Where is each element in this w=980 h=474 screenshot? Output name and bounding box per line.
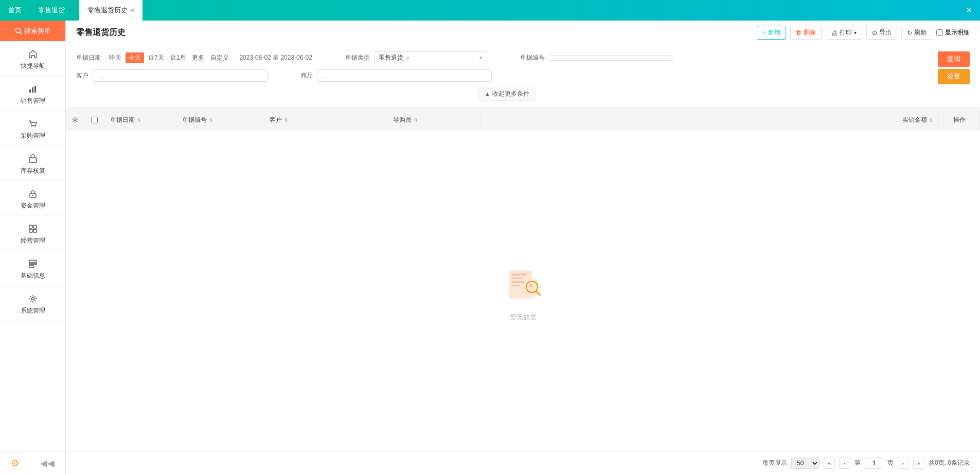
table-settings-icon [72, 116, 79, 123]
content-area: 零售退货历史 + 新增 🗑 删除 🖨 打印 ▾ ⊙ 导出 ↻ 刷新 [66, 21, 980, 474]
th-guide-sort: ⇅ [414, 117, 418, 123]
th-checkbox[interactable] [84, 111, 105, 129]
svg-rect-12 [29, 229, 32, 232]
svg-rect-14 [29, 260, 37, 262]
num-input[interactable] [549, 56, 672, 61]
svg-rect-24 [511, 285, 521, 286]
page-header: 零售退货历史 + 新增 🗑 删除 🖨 打印 ▾ ⊙ 导出 ↻ 刷新 [66, 21, 980, 45]
sidebar-item-inventory-label: 库存核算 [21, 167, 45, 175]
query-button[interactable]: 查询 [938, 51, 970, 67]
goods-input[interactable]: ... [317, 69, 492, 82]
tab-bar: 首页 零售退货 × 零售退货历史 × [0, 0, 958, 21]
customer-field-group: 客户 ... [76, 69, 268, 82]
date-opt-today[interactable]: 今天 [126, 52, 144, 63]
filter-fields: 单据日期 昨天 今天 近7天 近1月 更多 自定义 2023-06-02 至 2… [76, 51, 938, 101]
svg-rect-11 [33, 225, 37, 228]
delete-button[interactable]: 🗑 删除 [790, 26, 822, 40]
th-date[interactable]: 单据日期 ⇅ [105, 111, 177, 129]
date-opt-custom[interactable]: 自定义 [208, 52, 231, 63]
page-num-input[interactable] [865, 458, 883, 469]
date-opt-more[interactable]: 更多 [190, 52, 206, 63]
collapse-button[interactable]: ▲ 收起更多条件 [478, 87, 537, 101]
th-customer[interactable]: 客户 ⇅ [264, 111, 388, 129]
export-button[interactable]: ⊙ 导出 [866, 26, 897, 40]
svg-line-1 [20, 32, 22, 34]
sidebar-item-inventory[interactable]: 库存核算 [0, 146, 65, 181]
date-range: 2023-06-02 至 2023-06-02 [239, 53, 312, 62]
goods-placeholder: ... [322, 72, 330, 79]
th-amount-sort: ⇅ [929, 117, 933, 123]
filter-row-main: 单据日期 昨天 今天 近7天 近1月 更多 自定义 2023-06-02 至 2… [76, 51, 970, 101]
date-opt-yesterday[interactable]: 昨天 [107, 52, 123, 63]
tab-home[interactable]: 首页 [0, 0, 30, 21]
empty-icon [500, 260, 546, 306]
type-filter-close[interactable]: × [406, 55, 409, 61]
sidebar-item-system[interactable]: 系统管理 [0, 286, 65, 321]
page-size-select[interactable]: 50 20 100 [791, 458, 819, 469]
new-button[interactable]: + 新增 [757, 26, 786, 40]
svg-rect-2 [29, 89, 31, 93]
tab-return-label: 零售退货 [38, 6, 65, 15]
th-amount[interactable]: 实销金额 ⇅ [480, 111, 939, 129]
sidebar-search-label: 搜索菜单 [24, 26, 51, 35]
goods-field-group: 商品 ... [300, 69, 492, 82]
ops-icon [27, 223, 39, 234]
customer-label: 客户 [76, 71, 88, 80]
th-customer-sort: ⇅ [284, 117, 288, 123]
customer-input[interactable]: ... [93, 69, 268, 82]
date-opt-1month[interactable]: 近1月 [168, 52, 188, 63]
pagination: 每页显示 50 20 100 « ‹ 第 页 › [66, 451, 980, 474]
svg-rect-4 [34, 86, 36, 93]
goods-label: 商品 [300, 71, 313, 80]
sidebar-item-finance[interactable]: 资金管理 [0, 181, 65, 216]
sidebar-item-purchase[interactable]: 采购管理 [0, 111, 65, 146]
sidebar-bottom: ⚙ ◀◀ [0, 451, 65, 474]
th-customer-label: 客户 [270, 116, 282, 124]
gear-icon [27, 293, 39, 304]
th-date-sort: ⇅ [137, 117, 141, 123]
page-size-label: 每页显示 [762, 459, 787, 467]
customer-placeholder: ... [97, 72, 105, 79]
filter-row-2: 客户 ... 商品 ... [76, 69, 938, 82]
window-close-button[interactable]: × [958, 5, 980, 16]
page-label: 第 [854, 459, 861, 467]
last-page-button[interactable]: » [913, 458, 924, 469]
type-filter-tag[interactable]: 零售退货 × ▾ [374, 51, 487, 64]
svg-point-28 [529, 284, 532, 287]
next-page-button[interactable]: › [898, 458, 909, 469]
th-num-sort: ⇅ [209, 117, 213, 123]
th-op-label: 操作 [953, 116, 966, 124]
settings-bottom-icon[interactable]: ⚙ [11, 458, 19, 469]
svg-rect-21 [511, 274, 527, 276]
home-icon [27, 48, 39, 60]
prev-page-button[interactable]: ‹ [839, 458, 850, 469]
settings-button[interactable]: 设置 [938, 69, 970, 84]
sidebar-item-quick-nav[interactable]: 快捷导航 [0, 41, 65, 76]
tab-return-history-close[interactable]: × [131, 7, 134, 13]
sidebar-item-basics[interactable]: 基础信息 [0, 251, 65, 286]
tab-return-history[interactable]: 零售退货历史 × [79, 0, 142, 21]
sidebar-item-sales[interactable]: 销售管理 [0, 76, 65, 111]
main-layout: 搜索菜单 快捷导航 销售管理 采购管理 [0, 21, 980, 474]
refresh-button[interactable]: ↻ 刷新 [901, 26, 932, 40]
sidebar-item-operations[interactable]: 经营管理 [0, 216, 65, 251]
th-guide[interactable]: 导购员 ⇅ [388, 111, 480, 129]
page-title: 零售退货历史 [76, 27, 126, 38]
tab-return-close[interactable]: × [68, 7, 71, 13]
first-page-button[interactable]: « [824, 458, 835, 469]
export-icon: ⊙ [872, 29, 877, 37]
date-opt-7days[interactable]: 近7天 [146, 52, 166, 63]
tab-return[interactable]: 零售退货 × [30, 0, 79, 21]
speaker-icon[interactable]: ◀◀ [40, 458, 55, 469]
show-detail-checkbox[interactable] [936, 29, 943, 36]
collapse-icon: ▲ [485, 90, 491, 98]
tab-return-history-label: 零售退货历史 [87, 6, 128, 15]
sidebar-search[interactable]: 搜索菜单 [0, 21, 65, 41]
show-detail-checkbox-label[interactable]: 显示明细 [936, 28, 970, 37]
select-all-checkbox[interactable] [91, 117, 98, 123]
type-field-group: 单据类型 零售退货 × ▾ [345, 51, 487, 64]
th-settings[interactable] [66, 111, 84, 129]
print-dropdown-icon: ▾ [854, 30, 857, 35]
print-button[interactable]: 🖨 打印 ▾ [826, 26, 862, 40]
th-num[interactable]: 单据编号 ⇅ [177, 111, 264, 129]
